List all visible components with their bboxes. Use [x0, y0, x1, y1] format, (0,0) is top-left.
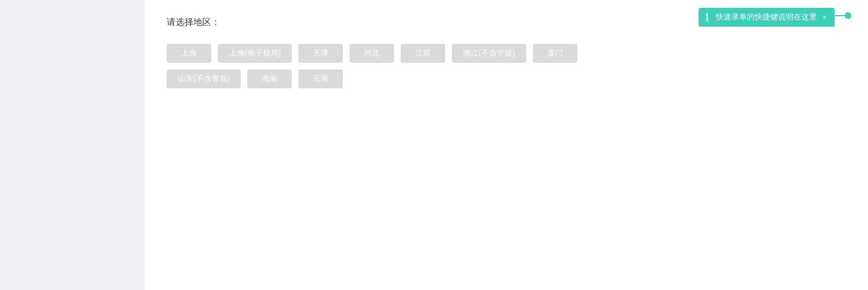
tooltip-text: 快速录单的快捷键说明在这里: [716, 12, 817, 22]
main-content: 请选择地区： 上海上海(电子税局)天津河北江苏浙江(不含宁波)厦门 山东(不含青…: [144, 0, 868, 290]
region-buttons-row2: 山东(不含青岛)海南云南: [167, 69, 846, 88]
tooltip-line: [835, 15, 845, 16]
left-sidebar: [0, 0, 144, 290]
region-btn-hainan[interactable]: 海南: [247, 69, 292, 88]
region-btn-shandong[interactable]: 山东(不含青岛): [167, 69, 241, 88]
region-btn-jiangsu[interactable]: 江苏: [401, 44, 445, 63]
tooltip-dot: [845, 12, 851, 19]
tooltip-banner: 快速录单的快捷键说明在这里 ×: [699, 8, 835, 27]
region-buttons-row1: 上海上海(电子税局)天津河北江苏浙江(不含宁波)厦门: [167, 44, 846, 63]
region-btn-yunnan[interactable]: 云南: [298, 69, 343, 88]
region-btn-tianjin[interactable]: 天津: [298, 44, 343, 63]
region-btn-hebei[interactable]: 河北: [350, 44, 394, 63]
region-btn-zhejiang[interactable]: 浙江(不含宁波): [452, 44, 526, 63]
tooltip-close-button[interactable]: ×: [822, 13, 827, 22]
region-btn-shanghai[interactable]: 上海: [167, 44, 211, 63]
region-btn-xiamen[interactable]: 厦门: [533, 44, 577, 63]
region-btn-shanghai-etax[interactable]: 上海(电子税局): [218, 44, 292, 63]
